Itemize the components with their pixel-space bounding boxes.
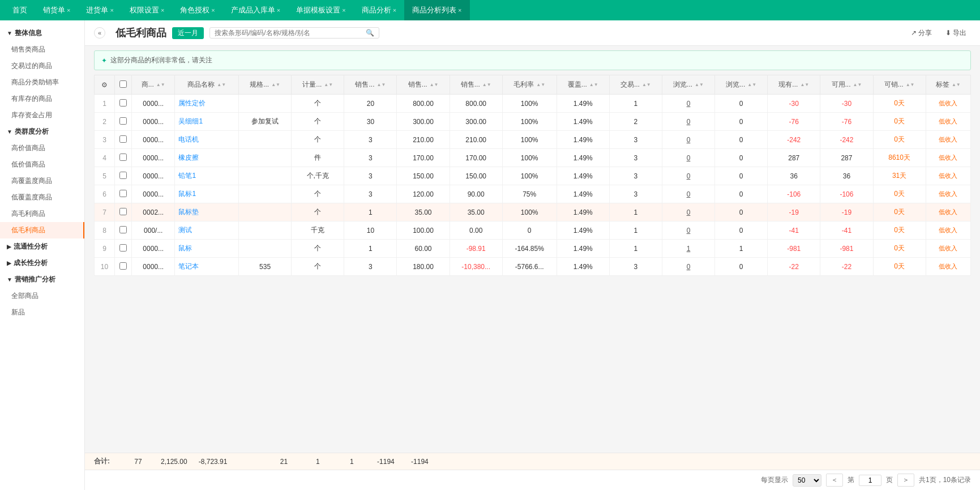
search-icon[interactable]: 🔍: [366, 29, 374, 37]
nav-home[interactable]: 首页: [5, 0, 35, 20]
col-name[interactable]: 商品名称▲▼: [175, 75, 239, 95]
sidebar-item-new-goods[interactable]: 新品: [0, 304, 84, 321]
col-sale1[interactable]: 销售...▲▼: [344, 75, 397, 95]
row-checkbox[interactable]: [119, 190, 127, 197]
sidebar-item-traded-goods[interactable]: 交易过的商品: [0, 58, 84, 74]
row-checkbox[interactable]: [119, 154, 127, 161]
row-name[interactable]: 电话机: [175, 131, 239, 149]
col-browse2[interactable]: 浏览...▲▼: [715, 75, 768, 95]
nav-close-icon[interactable]: ×: [342, 7, 345, 14]
notice-bar: ✦ 这部分商品的利润非常低，请关注: [94, 50, 971, 70]
per-page-select[interactable]: 50 100 200: [793, 474, 821, 487]
row-name[interactable]: 笔记本: [175, 258, 239, 276]
col-unit[interactable]: 计量...▲▼: [292, 75, 344, 95]
nav-close-icon[interactable]: ×: [211, 7, 215, 14]
row-checkbox-cell[interactable]: [115, 203, 132, 221]
col-stock3[interactable]: 可销...▲▼: [873, 75, 926, 95]
nav-close-icon[interactable]: ×: [67, 7, 70, 14]
col-browse1[interactable]: 浏览...▲▼: [662, 75, 714, 95]
row-checkbox[interactable]: [119, 172, 127, 179]
row-checkbox-cell[interactable]: [115, 149, 132, 167]
settings-icon[interactable]: ⚙: [101, 81, 108, 89]
sidebar-item-all-goods[interactable]: 全部商品: [0, 288, 84, 304]
page-number-input[interactable]: [859, 475, 881, 486]
row-checkbox[interactable]: [119, 135, 127, 143]
nav-role-auth[interactable]: 角色授权 ×: [172, 0, 222, 20]
col-checkbox[interactable]: [115, 75, 132, 95]
nav-product-stock[interactable]: 产成品入库单 ×: [223, 0, 288, 20]
row-checkbox-cell[interactable]: [115, 221, 132, 240]
sidebar-item-low-coverage[interactable]: 低覆盖度商品: [0, 189, 84, 206]
col-sale3[interactable]: 销售...▲▼: [450, 75, 502, 95]
row-checkbox-cell[interactable]: [115, 95, 132, 113]
row-checkbox-cell[interactable]: [115, 185, 132, 203]
row-name[interactable]: 鼠标垫: [175, 203, 239, 221]
row-name[interactable]: 属性定价: [175, 95, 239, 113]
row-name[interactable]: 鼠标: [175, 240, 239, 258]
nav-close-icon[interactable]: ×: [393, 7, 396, 14]
col-spec[interactable]: 规格...▲▼: [239, 75, 292, 95]
row-checkbox[interactable]: [119, 99, 127, 106]
prev-page-button[interactable]: ＜: [826, 474, 843, 487]
col-gross[interactable]: 毛利率▲▼: [502, 75, 557, 95]
sidebar-item-low-profit[interactable]: 低毛利商品: [0, 222, 84, 238]
share-button[interactable]: ↗ 分享: [906, 27, 936, 40]
row-checkbox-cell[interactable]: [115, 240, 132, 258]
nav-close-icon[interactable]: ×: [110, 7, 113, 14]
sidebar-item-sales-goods[interactable]: 销售类商品: [0, 41, 84, 58]
nav-close-icon[interactable]: ×: [161, 7, 164, 14]
sidebar-item-high-profit[interactable]: 高毛利商品: [0, 206, 84, 222]
sidebar-item-low-value[interactable]: 低价值商品: [0, 156, 84, 173]
row-name[interactable]: 吴细细1: [175, 113, 239, 131]
sidebar-item-category-rate[interactable]: 商品分类助销率: [0, 74, 84, 91]
sidebar-item-high-value[interactable]: 高价值商品: [0, 140, 84, 156]
time-filter-button[interactable]: 近一月: [172, 27, 204, 39]
row-unit: 个: [292, 185, 344, 203]
row-checkbox-cell[interactable]: [115, 131, 132, 149]
row-checkbox-cell[interactable]: [115, 258, 132, 276]
nav-close-icon[interactable]: ×: [277, 7, 280, 14]
sidebar-item-stock-capital[interactable]: 库存资金占用: [0, 107, 84, 123]
row-checkbox[interactable]: [119, 208, 127, 215]
col-coverage[interactable]: 覆盖...▲▼: [557, 75, 609, 95]
nav-purchase-order[interactable]: 进货单 ×: [78, 0, 121, 20]
row-name[interactable]: 橡皮擦: [175, 149, 239, 167]
next-page-button[interactable]: ＞: [897, 474, 914, 487]
sidebar-group-flow-title[interactable]: ▶ 流通性分析: [0, 238, 84, 255]
col-stock2[interactable]: 可用...▲▼: [820, 75, 873, 95]
export-button[interactable]: ⬇ 导出: [941, 27, 971, 40]
col-settings[interactable]: ⚙: [95, 75, 115, 95]
footer-spacer: [233, 458, 267, 466]
col-trade[interactable]: 交易...▲▼: [609, 75, 662, 95]
row-sale3: 800.00: [450, 95, 502, 113]
nav-sales-order[interactable]: 销货单 ×: [35, 0, 78, 20]
nav-product-analysis[interactable]: 商品分析 ×: [354, 0, 404, 20]
row-checkbox-cell[interactable]: [115, 167, 132, 185]
select-all-checkbox[interactable]: [119, 80, 127, 88]
col-stock1[interactable]: 现有...▲▼: [768, 75, 820, 95]
nav-permissions[interactable]: 权限设置 ×: [122, 0, 172, 20]
sidebar-group-growth-title[interactable]: ▶ 成长性分析: [0, 255, 84, 271]
row-unit: 个: [292, 95, 344, 113]
sidebar-item-high-coverage[interactable]: 高覆盖度商品: [0, 173, 84, 189]
row-checkbox[interactable]: [119, 262, 127, 270]
sidebar-group-general-title[interactable]: ▼ 整体信息: [0, 25, 84, 41]
sidebar-group-marketing-title[interactable]: ▼ 营销推广分析: [0, 271, 84, 288]
search-input[interactable]: [215, 29, 363, 37]
sidebar-group-cluster-title[interactable]: ▼ 类群度分析: [0, 123, 84, 140]
col-sale2[interactable]: 销售...▲▼: [397, 75, 450, 95]
col-tag[interactable]: 标签▲▼: [926, 75, 970, 95]
nav-close-icon[interactable]: ×: [458, 7, 461, 14]
nav-product-analysis-list[interactable]: 商品分析列表 ×: [404, 0, 469, 20]
collapse-sidebar-button[interactable]: «: [94, 27, 105, 39]
nav-template-settings[interactable]: 单据模板设置 ×: [288, 0, 353, 20]
row-checkbox[interactable]: [119, 117, 127, 125]
row-name[interactable]: 铅笔1: [175, 167, 239, 185]
col-code[interactable]: 商...▲▼: [132, 75, 175, 95]
row-checkbox-cell[interactable]: [115, 113, 132, 131]
row-checkbox[interactable]: [119, 226, 127, 233]
sidebar-item-stock-goods[interactable]: 有库存的商品: [0, 91, 84, 107]
row-name[interactable]: 鼠标1: [175, 185, 239, 203]
row-name[interactable]: 测试: [175, 221, 239, 240]
row-checkbox[interactable]: [119, 244, 127, 252]
